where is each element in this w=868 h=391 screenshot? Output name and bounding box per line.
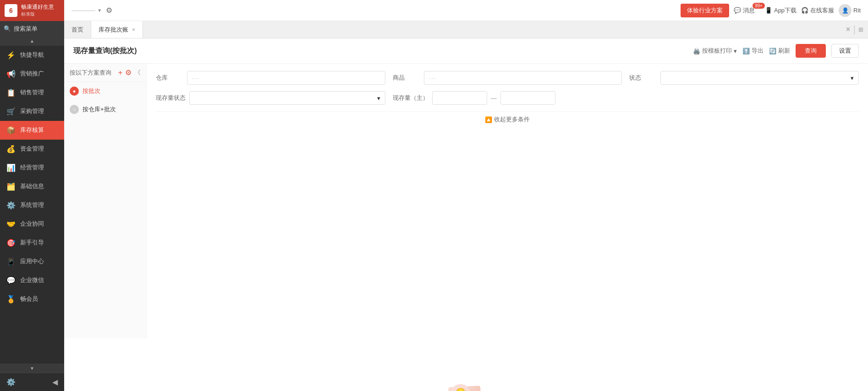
- sales-icon: 📋: [6, 88, 16, 97]
- page-header: 现存量查询(按批次) 🖨️ 按模板打印 ▾ ⬆️ 导出 🔄 刷新: [64, 38, 868, 64]
- user-label: Rit: [853, 7, 861, 14]
- stock-qty-to[interactable]: [500, 91, 555, 105]
- sidebar-item-app-center[interactable]: 📱 应用中心: [0, 252, 64, 271]
- sidebar-item-member[interactable]: 🏅 畅会员: [0, 290, 64, 309]
- basic-icon: 🗂️: [6, 182, 16, 191]
- empty-illustration: 😐: [439, 375, 494, 391]
- sidebar-item-newbie[interactable]: 🎯 新手引导: [0, 234, 64, 252]
- sidebar-item-marketing[interactable]: 📢 营销推广: [0, 65, 64, 83]
- tab-expand-icon[interactable]: ⊞: [858, 26, 863, 33]
- print-btn[interactable]: 🖨️ 按模板打印 ▾: [693, 47, 737, 55]
- sidebar-item-basic[interactable]: 🗂️ 基础信息: [0, 177, 64, 196]
- app-name: 畅康通好生意: [21, 4, 54, 11]
- sidebar-item-finance[interactable]: 💰 资金管理: [0, 140, 64, 158]
- settings-btn[interactable]: 设置: [831, 44, 859, 58]
- scheme-by-batch-icon: ●: [70, 87, 79, 96]
- stock-status-select[interactable]: ▾: [189, 91, 385, 105]
- page-content: 现存量查询(按批次) 🖨️ 按模板打印 ▾ ⬆️ 导出 🔄 刷新: [64, 38, 868, 391]
- filter-row-2: 现存量状态 ▾ 现存量（主） —: [156, 91, 859, 105]
- enterprise-icon: 🤝: [6, 220, 16, 228]
- topbar-settings-icon[interactable]: ⚙: [106, 6, 112, 15]
- scheme-item-by-warehouse-batch[interactable]: ○ 按仓库+批次: [64, 100, 146, 119]
- stock-status-dropdown-icon: ▾: [377, 95, 380, 102]
- status-select[interactable]: ▾: [660, 71, 859, 85]
- stock-qty-range: —: [432, 91, 555, 105]
- sidebar: 6 畅康通好生意 标准版 🔍 搜索菜单 ▲ ⚡ 快捷导航 📢 营销推广 📋 销售…: [0, 0, 64, 391]
- tab-batch-account-label: 库存批次账: [99, 26, 128, 34]
- scheme-panel-icons: + ⚙ 《: [118, 68, 141, 77]
- app-download-btn[interactable]: 📱 App下载: [765, 6, 797, 15]
- operations-icon: 📊: [6, 163, 16, 172]
- filter-product: 商品 ···: [393, 71, 622, 85]
- sidebar-item-enterprise[interactable]: 🤝 企业协同: [0, 215, 64, 234]
- product-input[interactable]: ···: [424, 71, 622, 85]
- warehouse-dots: ···: [192, 75, 200, 81]
- sidebar-item-wechat[interactable]: 💬 企业微信: [0, 271, 64, 290]
- topbar-dropdown-icon[interactable]: ▾: [98, 7, 101, 14]
- sidebar-item-sales[interactable]: 📋 销售管理: [0, 83, 64, 102]
- online-service-btn[interactable]: 🎧 在线客服: [801, 6, 834, 15]
- page-header-actions: 🖨️ 按模板打印 ▾ ⬆️ 导出 🔄 刷新 查询 设置: [693, 44, 859, 58]
- filter-stock-qty: 现存量（主） —: [393, 91, 622, 105]
- sidebar-footer: ⚙️ ◀: [0, 373, 64, 391]
- wechat-icon: 💬: [6, 276, 16, 285]
- message-icon: 💬: [734, 7, 741, 14]
- sidebar-header: 6 畅康通好生意 标准版: [0, 0, 64, 21]
- tab-home[interactable]: 首页: [64, 21, 91, 38]
- tab-batch-account[interactable]: 库存批次账 ×: [91, 21, 143, 38]
- scheme-item-by-batch[interactable]: ● 按批次: [64, 82, 146, 100]
- filter-area: 仓库 ··· 商品 ··· 状态: [147, 64, 868, 338]
- filter-warehouse: 仓库 ···: [156, 71, 385, 85]
- stock-qty-label: 现存量（主）: [393, 94, 429, 102]
- breadcrumb-text: ————: [71, 7, 95, 14]
- warehouse-input[interactable]: ···: [187, 71, 385, 85]
- scheme-panel: 按以下方案查询 + ⚙ 《 ● 按批次 ○ 按仓库+批次: [64, 64, 147, 338]
- experience-btn[interactable]: 体验行业方案: [681, 4, 729, 17]
- export-icon: ⬆️: [742, 48, 750, 54]
- refresh-icon: 🔄: [769, 48, 776, 54]
- content-layout: 按以下方案查询 + ⚙ 《 ● 按批次 ○ 按仓库+批次: [64, 64, 868, 338]
- service-icon: 🎧: [801, 7, 808, 14]
- scheme-panel-title: 按以下方案查询: [70, 69, 111, 77]
- finance-icon: 💰: [6, 145, 16, 153]
- avatar-icon: 👤: [842, 7, 849, 14]
- stock-status-label: 现存量状态: [156, 94, 186, 102]
- tab-close-btn[interactable]: ×: [132, 27, 135, 33]
- footer-settings-icon[interactable]: ⚙️: [6, 378, 16, 386]
- export-btn[interactable]: ⬆️ 导出: [742, 47, 764, 55]
- inventory-icon: 📦: [6, 126, 16, 135]
- sidebar-item-operations[interactable]: 📊 经营管理: [0, 158, 64, 177]
- scheme-collapse-btn[interactable]: 《: [134, 69, 141, 77]
- scheme-settings-btn[interactable]: ⚙: [125, 68, 132, 77]
- sidebar-item-quick-nav[interactable]: ⚡ 快捷导航: [0, 46, 64, 65]
- search-icon: 🔍: [4, 25, 11, 32]
- sidebar-item-inventory[interactable]: 📦 库存核算: [0, 121, 64, 140]
- sidebar-item-purchase[interactable]: 🛒 采购管理: [0, 102, 64, 121]
- search-menu[interactable]: 🔍 搜索菜单: [0, 21, 64, 37]
- user-btn[interactable]: 👤 Rit: [839, 4, 861, 17]
- stock-qty-from[interactable]: [432, 91, 487, 105]
- query-btn[interactable]: 查询: [796, 44, 826, 58]
- add-scheme-btn[interactable]: +: [118, 69, 122, 77]
- warehouse-label: 仓库: [156, 74, 183, 82]
- footer-collapse-icon[interactable]: ◀: [52, 378, 58, 386]
- app-logo: 6: [5, 4, 17, 17]
- page-title: 现存量查询(按批次): [73, 46, 137, 56]
- print-dropdown-icon[interactable]: ▾: [734, 48, 737, 54]
- purchase-icon: 🛒: [6, 107, 16, 116]
- status-dropdown-icon: ▾: [851, 75, 854, 81]
- app-subtitle: 标准版: [21, 11, 54, 17]
- product-label: 商品: [393, 74, 420, 82]
- scroll-up-btn[interactable]: ▲: [0, 37, 64, 46]
- product-dots: ···: [429, 75, 437, 81]
- messages-btn[interactable]: 💬 消息 99+: [734, 6, 760, 15]
- scroll-down-btn[interactable]: ▼: [0, 364, 64, 373]
- app-center-icon: 📱: [6, 257, 16, 266]
- collapse-more-btn[interactable]: 🔼 收起更多条件: [485, 115, 530, 124]
- breadcrumb: ———— ▾: [71, 7, 101, 14]
- main-area: ———— ▾ ⚙ 体验行业方案 💬 消息 99+ 📱 App下载 🎧 在线客服 …: [64, 0, 868, 391]
- scheme-panel-header: 按以下方案查询 + ⚙ 《: [64, 64, 146, 82]
- refresh-btn[interactable]: 🔄 刷新: [769, 47, 790, 55]
- sidebar-item-system[interactable]: ⚙️ 系统管理: [0, 196, 64, 215]
- page-close-btn[interactable]: ×: [846, 25, 851, 34]
